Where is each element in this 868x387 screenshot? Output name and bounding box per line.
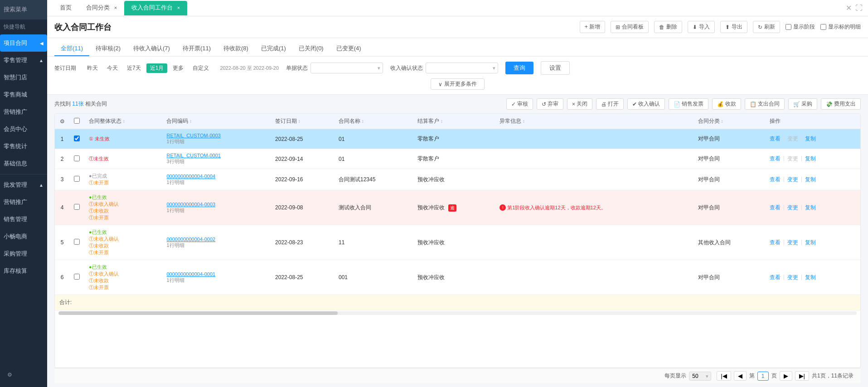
receipt-button[interactable]: 💰 收款	[712, 98, 741, 110]
sidebar-item-smart-store[interactable]: 智慧门店	[0, 69, 47, 86]
row6-copy[interactable]: 复制	[805, 274, 816, 281]
purchase-button[interactable]: 🛒 采购	[788, 98, 817, 110]
row3-copy[interactable]: 复制	[805, 176, 816, 184]
row3-code-link[interactable]: 0000000000004-0004	[166, 174, 266, 179]
per-page-select[interactable]: 50 100	[689, 372, 711, 381]
import-button[interactable]: ⬇ 导入	[688, 21, 715, 33]
close-button[interactable]: × 关闭	[567, 98, 592, 110]
row3-change[interactable]: 变更	[787, 176, 798, 184]
filter-tab-closed[interactable]: 已关闭(0)	[292, 42, 330, 56]
scrollbar-thumb[interactable]	[58, 311, 338, 315]
row4-copy[interactable]: 复制	[805, 204, 816, 212]
date-opt-more[interactable]: 更多	[169, 63, 187, 73]
date-opt-today[interactable]: 今天	[103, 63, 121, 73]
export-button[interactable]: ⬆ 导出	[720, 21, 747, 33]
refresh-button[interactable]: ↻ 刷新	[753, 21, 780, 33]
row1-checkbox[interactable]	[69, 129, 84, 149]
filter-tab-changed[interactable]: 已变更(4)	[330, 42, 368, 56]
sidebar-search[interactable]: 搜索菜单	[0, 0, 47, 19]
sidebar-item-retail-mgmt[interactable]: 零售管理 ▲	[0, 52, 47, 69]
row3-checkbox[interactable]	[69, 169, 84, 190]
row5-change[interactable]: 变更	[787, 239, 798, 247]
tab-income-workbench-close[interactable]: ×	[177, 5, 180, 10]
fee-out-button[interactable]: 💸 费用支出	[821, 98, 861, 110]
horizontal-scrollbar[interactable]	[58, 311, 857, 315]
row5-code-link[interactable]: 0000000000004-0002	[166, 237, 266, 242]
current-page[interactable]: 1	[757, 372, 769, 381]
row2-code-link[interactable]: RETAIL_CUSTOM-0001	[166, 153, 266, 158]
row6-change[interactable]: 变更	[787, 274, 798, 281]
col-abnormal[interactable]: 异常信息	[495, 114, 693, 129]
tab-contract-cat-close[interactable]: ×	[114, 5, 117, 10]
col-settings[interactable]: ⚙	[55, 114, 69, 129]
sidebar-item-sales-mgmt[interactable]: 销售管理	[0, 211, 47, 228]
row4-checkbox[interactable]	[69, 190, 84, 225]
date-opt-custom[interactable]: 自定义	[189, 63, 213, 73]
sidebar-item-member[interactable]: 会员中心	[0, 121, 47, 138]
prev-page-button[interactable]: ◀	[734, 371, 747, 381]
delete-button[interactable]: 🗑 删除	[654, 21, 682, 33]
query-button[interactable]: 查询	[505, 62, 533, 74]
sidebar-item-ecommerce[interactable]: 小畅电商	[0, 228, 47, 245]
row4-view[interactable]: 查看	[770, 204, 781, 212]
row2-copy[interactable]: 复制	[805, 155, 816, 163]
row5-view[interactable]: 查看	[770, 239, 781, 247]
first-page-button[interactable]: |◀	[717, 371, 731, 381]
col-category[interactable]: 合同分类	[693, 114, 765, 129]
show-detail-checkbox[interactable]: 显示标的明细	[820, 23, 861, 31]
sidebar-item-marketing[interactable]: 营销推广	[0, 103, 47, 121]
last-page-button[interactable]: ▶|	[795, 371, 809, 381]
print-button[interactable]: 🖨 打开	[596, 98, 624, 110]
tab-home[interactable]: 首页	[53, 0, 79, 16]
col-customer[interactable]: 结算客户	[413, 114, 495, 129]
col-checkbox[interactable]	[69, 114, 84, 129]
row1-code-link[interactable]: RETAIL_CUSTOM-0003	[166, 133, 266, 138]
row1-change[interactable]: 变更	[787, 135, 798, 143]
sidebar-item-purchase[interactable]: 采购管理	[0, 245, 47, 262]
set-button[interactable]: 设置	[541, 61, 570, 75]
income-confirm-button[interactable]: ✔ 收入确认	[627, 98, 665, 110]
row5-checkbox[interactable]	[69, 225, 84, 260]
date-opt-yesterday[interactable]: 昨天	[83, 63, 102, 73]
row1-view[interactable]: 查看	[770, 135, 781, 143]
row3-view[interactable]: 查看	[770, 176, 781, 184]
show-segment-checkbox[interactable]: 显示阶段	[786, 23, 815, 31]
date-opt-last1month[interactable]: 近1月	[146, 63, 168, 73]
new-button[interactable]: + 新增	[580, 21, 605, 33]
col-code[interactable]: 合同编码	[162, 114, 271, 129]
row2-checkbox[interactable]	[69, 149, 84, 169]
sidebar-item-basic-info[interactable]: 基础信息	[0, 155, 47, 172]
expense-contract-button[interactable]: 📋 支出合同	[745, 98, 785, 110]
filter-tab-pending-receipt[interactable]: 待收款(8)	[217, 42, 255, 56]
filter-tab-pending-invoice[interactable]: 待开票(11)	[176, 42, 217, 56]
row5-copy[interactable]: 复制	[805, 239, 816, 247]
sales-invoice-button[interactable]: 📄 销售发票	[669, 98, 708, 110]
window-restore-icon[interactable]: ⛶	[855, 4, 863, 12]
tab-income-workbench[interactable]: 收入合同工作台 ×	[124, 1, 187, 15]
show-detail-input[interactable]	[820, 24, 826, 30]
sidebar-item-retail-mall[interactable]: 零售商城	[0, 86, 47, 103]
col-status[interactable]: 合同整体状态	[84, 114, 162, 129]
row6-view[interactable]: 查看	[770, 274, 781, 281]
next-page-button[interactable]: ▶	[780, 371, 792, 381]
row1-copy[interactable]: 复制	[805, 135, 816, 143]
row2-view[interactable]: 查看	[770, 155, 781, 163]
sidebar-item-retail-stats[interactable]: 零售统计	[0, 138, 47, 155]
review-button[interactable]: ✓ 审核	[506, 98, 533, 110]
select-all-checkbox[interactable]	[74, 118, 80, 124]
filter-tab-pending-review[interactable]: 待审核(2)	[89, 42, 127, 56]
row2-change[interactable]: 变更	[787, 155, 798, 163]
row4-change[interactable]: 变更	[787, 204, 798, 212]
contract-board-button[interactable]: ⊞ 合同看板	[611, 21, 649, 33]
filter-tab-all[interactable]: 全部(11)	[54, 42, 89, 56]
col-name[interactable]: 合同名称	[334, 114, 413, 129]
tab-contract-cat[interactable]: 合同分类 ×	[79, 0, 124, 16]
gear-icon[interactable]: ⚙	[4, 367, 44, 382]
filter-tab-pending-income[interactable]: 待收入确认(7)	[127, 42, 176, 56]
doc-status-select[interactable]	[310, 63, 383, 73]
show-segment-input[interactable]	[786, 24, 791, 30]
window-close-icon[interactable]: ✕	[846, 4, 852, 12]
date-opt-last7[interactable]: 近7天	[123, 63, 145, 73]
expand-more-button[interactable]: ∨ 展开更多条件	[431, 78, 485, 90]
sidebar-item-project[interactable]: 项目合同 ◀	[0, 34, 47, 52]
